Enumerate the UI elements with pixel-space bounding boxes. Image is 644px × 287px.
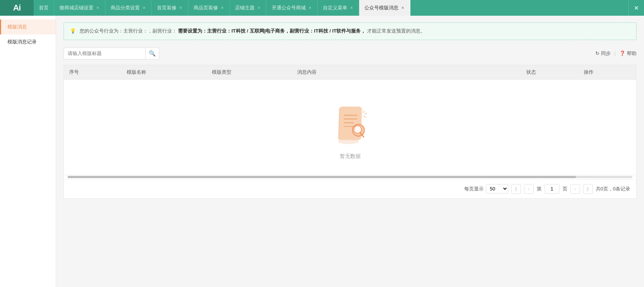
- tab-label-custommenu: 自定义菜单: [323, 4, 347, 11]
- col-header-name: 模版名称: [121, 65, 207, 80]
- tab-close-wshop[interactable]: ×: [96, 5, 100, 11]
- table-header: 序号模版名称模版类型消息内容状态操作: [64, 65, 636, 80]
- tab-close-mall[interactable]: ×: [308, 5, 312, 11]
- page-last-button[interactable]: ⟫: [583, 184, 593, 194]
- sidebar: 模版消息模版消息记录: [0, 16, 56, 287]
- divider: |: [614, 51, 616, 56]
- pagination: 每页显示 102050100 ⟪ ‹ 第 页 › ⟫ 共0页，0条记录: [64, 179, 636, 198]
- notice-suffix: 才能正常发送预置的消息。: [367, 28, 425, 34]
- tab-productpage[interactable]: 商品页装修×: [188, 0, 230, 16]
- search-input[interactable]: [64, 48, 146, 59]
- col-header-content: 消息内容: [292, 65, 521, 80]
- col-header-index: 序号: [64, 65, 121, 80]
- col-header-status: 状态: [521, 65, 579, 80]
- tab-label-productpage: 商品页装修: [194, 4, 218, 11]
- sync-icon: ↻: [595, 51, 600, 56]
- empty-state: 暂无数据: [64, 80, 636, 175]
- col-header-type: 模版类型: [207, 65, 292, 80]
- page-after-label: 页: [563, 186, 567, 192]
- help-button[interactable]: ❓ 帮助: [619, 50, 637, 57]
- tab-label-templatemsg: 公众号模版消息: [364, 4, 398, 11]
- tab-label-theme: 店铺主题: [235, 4, 255, 11]
- tab-label-home: 首页: [39, 4, 49, 11]
- tab-label-mall: 开通公众号商城: [272, 4, 306, 11]
- table-header-row: 序号模版名称模版类型消息内容状态操作: [64, 65, 636, 80]
- perpage-label: 每页显示: [464, 186, 484, 192]
- search-button[interactable]: 🔍: [146, 48, 159, 59]
- tab-label-homepage: 首页装修: [157, 4, 176, 11]
- perpage-control: 每页显示 102050100: [464, 184, 508, 193]
- content-area: 💡 您的公众号行业为：主营行业：，副营行业： 需要设置为：主营行业：IT科技 /…: [56, 16, 644, 287]
- data-table: 序号模版名称模版类型消息内容状态操作: [64, 65, 636, 175]
- main-layout: 模版消息模版消息记录 💡 您的公众号行业为：主营行业：，副营行业： 需要设置为：…: [0, 16, 644, 287]
- page-before-label: 第: [537, 186, 542, 192]
- search-bar-left: 🔍: [64, 48, 159, 59]
- tab-close-theme[interactable]: ×: [257, 5, 261, 11]
- app-logo: Ai: [0, 0, 34, 16]
- page-prev-button[interactable]: ‹: [524, 184, 534, 194]
- page-next-button[interactable]: ›: [570, 184, 580, 194]
- svg-line-10: [364, 116, 366, 117]
- tab-close-templatemsg[interactable]: ×: [401, 5, 405, 11]
- tab-close-homepage[interactable]: ×: [179, 5, 183, 11]
- table-container: 序号模版名称模版类型消息内容状态操作: [64, 65, 637, 199]
- sidebar-item-template-msg-log[interactable]: 模版消息记录: [0, 34, 56, 49]
- empty-illustration: [328, 102, 373, 147]
- search-icon: 🔍: [149, 50, 156, 57]
- horizontal-scrollbar[interactable]: [64, 175, 636, 179]
- notice-highlight: 需要设置为：主营行业：IT科技 / 互联网|电子商务，副营行业：IT科技 / I…: [178, 28, 366, 34]
- tab-label-wshop: 微商城店铺设置: [59, 4, 93, 11]
- total-info: 共0页，0条记录: [596, 186, 630, 192]
- scrollbar-track: [68, 176, 632, 178]
- bulb-icon: 💡: [70, 28, 76, 34]
- sync-button[interactable]: ↻ 同步: [595, 50, 611, 57]
- tab-custommenu[interactable]: 自定义菜单×: [318, 0, 359, 16]
- empty-row: 暂无数据: [64, 79, 636, 175]
- svg-point-6: [354, 126, 361, 133]
- sidebar-item-template-msg[interactable]: 模版消息: [0, 19, 56, 34]
- svg-line-8: [363, 111, 364, 113]
- scrollbar-thumb[interactable]: [68, 176, 576, 178]
- topbar: Ai 首页微商城店铺设置×商品分类设置×首页装修×商品页装修×店铺主题×开通公众…: [0, 0, 644, 16]
- tab-home[interactable]: 首页: [34, 0, 54, 16]
- tab-category[interactable]: 商品分类设置×: [105, 0, 152, 16]
- notice-banner: 💡 您的公众号行业为：主营行业：，副营行业： 需要设置为：主营行业：IT科技 /…: [64, 22, 637, 40]
- tab-close-custommenu[interactable]: ×: [349, 5, 354, 11]
- tab-list: 首页微商城店铺设置×商品分类设置×首页装修×商品页装修×店铺主题×开通公众号商城…: [34, 0, 628, 16]
- svg-line-9: [364, 113, 367, 114]
- tab-wshop[interactable]: 微商城店铺设置×: [54, 0, 105, 16]
- search-bar: 🔍 ↻ 同步 | ❓ 帮助: [64, 48, 637, 59]
- notice-prefix: 您的公众号行业为：主营行业：，副营行业：: [80, 28, 177, 34]
- col-header-action: 操作: [579, 65, 636, 80]
- tab-close-category[interactable]: ×: [142, 5, 146, 11]
- tab-label-category: 商品分类设置: [111, 4, 140, 11]
- search-bar-right: ↻ 同步 | ❓ 帮助: [595, 50, 637, 57]
- close-all-button[interactable]: ✕: [628, 0, 644, 16]
- table-body: 暂无数据: [64, 79, 636, 175]
- tab-theme[interactable]: 店铺主题×: [230, 0, 266, 16]
- page-first-button[interactable]: ⟪: [511, 184, 521, 194]
- perpage-select[interactable]: 102050100: [486, 184, 508, 193]
- empty-text: 暂无数据: [340, 153, 361, 160]
- tab-homepage[interactable]: 首页装修×: [152, 0, 188, 16]
- help-icon: ❓: [619, 51, 625, 56]
- tab-mall[interactable]: 开通公众号商城×: [266, 0, 318, 16]
- tab-close-productpage[interactable]: ×: [220, 5, 224, 11]
- tab-templatemsg[interactable]: 公众号模版消息×: [359, 0, 410, 16]
- page-input[interactable]: [545, 184, 560, 194]
